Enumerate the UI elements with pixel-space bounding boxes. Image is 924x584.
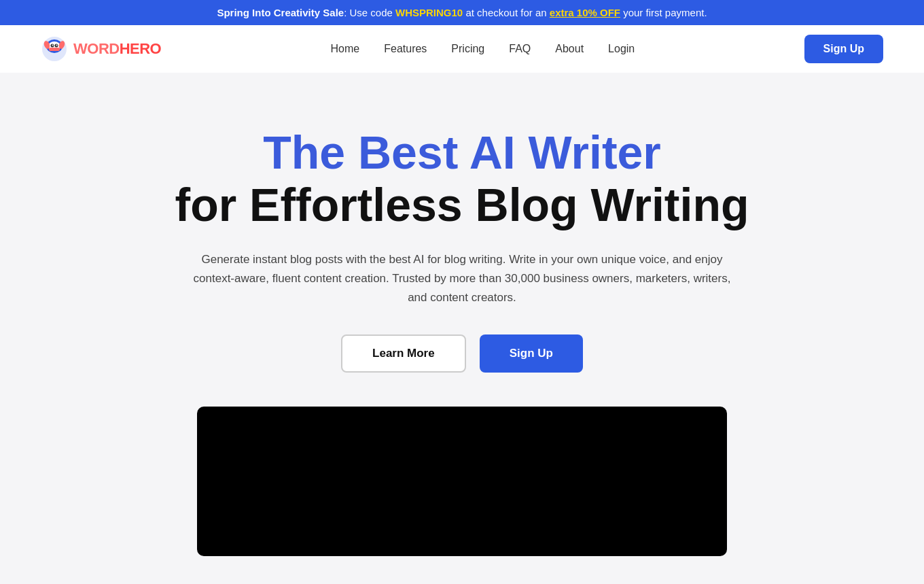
logo-text: WORDHERO [73,40,161,58]
nav-item-login[interactable]: Login [608,43,635,55]
nav-signup-button[interactable]: Sign Up [804,35,883,63]
learn-more-button[interactable]: Learn More [341,334,466,373]
nav-item-features[interactable]: Features [384,43,427,55]
nav-link-features[interactable]: Features [384,43,427,54]
hero-title: The Best AI Writer for Effortless Blog W… [14,127,910,231]
announcement-end: your first payment. [620,7,707,18]
logo[interactable]: WORDHERO [41,35,161,63]
nav-item-pricing[interactable]: Pricing [451,43,484,55]
announcement-suffix: at checkout for an [463,7,550,18]
nav-item-home[interactable]: Home [331,43,360,55]
nav-links: Home Features Pricing FAQ About Login [331,43,635,55]
hero-title-line1: The Best AI Writer [14,127,910,178]
announcement-middle: : Use code [344,7,395,18]
hero-title-line2: for Effortless Blog Writing [14,178,910,231]
announcement-code: WHSPRING10 [395,7,463,18]
hero-section: The Best AI Writer for Effortless Blog W… [0,73,924,584]
nav-link-login[interactable]: Login [608,43,635,54]
announcement-highlight: extra 10% OFF [550,7,620,18]
hero-buttons: Learn More Sign Up [14,334,910,373]
announcement-banner: Spring Into Creativity Sale: Use code WH… [0,0,924,25]
nav-right: Sign Up [804,35,883,63]
announcement-prefix: Spring Into Creativity Sale [217,7,344,18]
hero-subtitle: Generate instant blog posts with the bes… [183,250,741,307]
navbar: WORDHERO Home Features Pricing FAQ About… [0,25,924,73]
svg-point-5 [52,45,54,46]
nav-link-about[interactable]: About [555,43,584,54]
nav-link-home[interactable]: Home [331,43,360,54]
nav-link-faq[interactable]: FAQ [509,43,531,54]
hero-signup-button[interactable]: Sign Up [480,334,583,373]
svg-point-6 [56,45,58,46]
logo-icon [41,35,68,63]
nav-item-faq[interactable]: FAQ [509,43,531,55]
nav-link-pricing[interactable]: Pricing [451,43,484,54]
demo-video-area[interactable] [197,407,727,556]
nav-item-about[interactable]: About [555,43,584,55]
svg-rect-7 [49,48,60,51]
